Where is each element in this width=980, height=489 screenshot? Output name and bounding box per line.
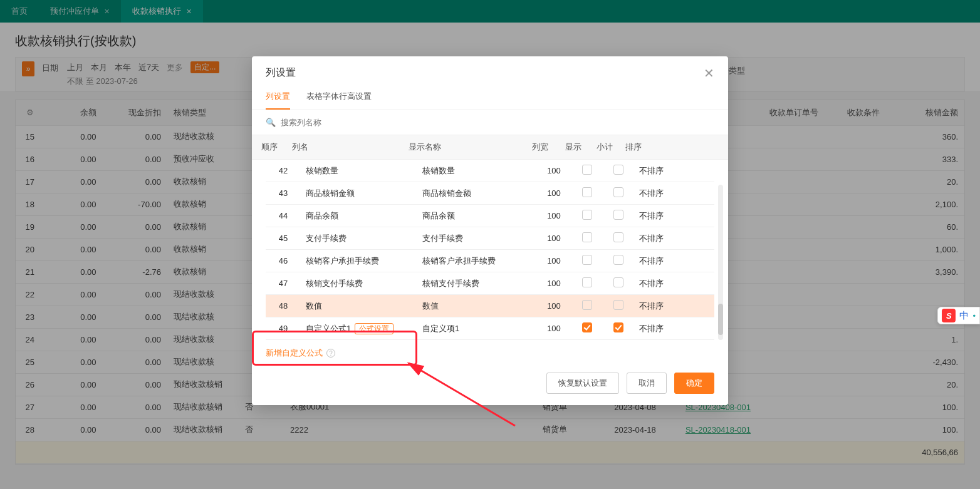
cfg-show bbox=[571, 181, 603, 205]
cfg-idx: 46 bbox=[266, 250, 301, 272]
cfg-sort[interactable]: 不排序 bbox=[634, 160, 678, 183]
cfg-name: 商品核销金额 bbox=[301, 182, 417, 205]
cfg-row[interactable]: 45 支付手续费 支付手续费 100 不排序 bbox=[266, 227, 714, 250]
modal-overlay: 列设置 ✕ 列设置 表格字体行高设置 🔍 顺序 列名 显示名称 列宽 显示 小计… bbox=[0, 0, 980, 489]
subtotal-checkbox[interactable] bbox=[613, 277, 623, 287]
cfg-row[interactable]: 42 核销数量 核销数量 100 不排序 bbox=[266, 160, 714, 182]
subtotal-checkbox[interactable] bbox=[613, 232, 623, 242]
cfg-idx: 42 bbox=[266, 160, 301, 182]
cfg-row[interactable]: 46 核销客户承担手续费 核销客户承担手续费 100 不排序 bbox=[266, 250, 714, 272]
cfg-show bbox=[571, 203, 603, 228]
subtotal-checkbox[interactable] bbox=[613, 322, 623, 332]
cfg-show bbox=[571, 249, 603, 273]
cfg-show bbox=[571, 160, 603, 183]
cfg-sort[interactable]: 不排序 bbox=[634, 294, 678, 318]
show-checkbox[interactable] bbox=[582, 232, 592, 242]
cfg-row[interactable]: 43 商品核销金额 商品核销金额 100 不排序 bbox=[266, 182, 714, 205]
cfg-disp[interactable]: 商品核销金额 bbox=[417, 182, 536, 205]
subtotal-checkbox[interactable] bbox=[613, 255, 623, 265]
show-checkbox[interactable] bbox=[582, 322, 592, 332]
add-custom-formula-link[interactable]: 新增自定义公式 bbox=[266, 347, 323, 359]
cfg-disp[interactable]: 支付手续费 bbox=[417, 227, 536, 250]
cfg-sort[interactable]: 不排序 bbox=[634, 317, 678, 341]
cfg-row[interactable]: 49 自定义公式1公式设置 自定义项1 100 不排序 bbox=[266, 317, 714, 340]
cfg-sort[interactable]: 不排序 bbox=[634, 272, 678, 296]
cfg-disp[interactable]: 核销客户承担手续费 bbox=[417, 249, 536, 273]
cfg-sort[interactable]: 不排序 bbox=[634, 249, 678, 273]
cfg-width[interactable]: 100 bbox=[536, 160, 571, 182]
cfg-show bbox=[571, 316, 603, 340]
cfg-show bbox=[571, 294, 603, 318]
cfg-th-sort: 排序 bbox=[620, 135, 664, 159]
modal-title: 列设置 bbox=[266, 66, 296, 80]
cfg-disp[interactable]: 核销数量 bbox=[417, 160, 536, 183]
cfg-name: 支付手续费 bbox=[301, 227, 417, 250]
cfg-row[interactable]: 47 核销支付手续费 核销支付手续费 100 不排序 bbox=[266, 272, 714, 295]
cfg-sub bbox=[603, 226, 634, 250]
cfg-idx: 49 bbox=[266, 317, 301, 339]
cfg-name: 核销客户承担手续费 bbox=[301, 249, 417, 273]
cfg-show bbox=[571, 271, 603, 296]
show-checkbox[interactable] bbox=[582, 187, 592, 197]
cfg-row[interactable]: 48 数值 数值 100 不排序 bbox=[266, 295, 714, 317]
cfg-width[interactable]: 100 bbox=[536, 182, 571, 204]
cfg-name: 自定义公式1公式设置 bbox=[301, 317, 417, 341]
show-checkbox[interactable] bbox=[582, 255, 592, 265]
cancel-button[interactable]: 取消 bbox=[627, 373, 667, 394]
cfg-th-disp: 显示名称 bbox=[404, 135, 523, 159]
search-icon: 🔍 bbox=[266, 118, 276, 127]
cfg-idx: 44 bbox=[266, 205, 301, 227]
cfg-sub bbox=[603, 160, 634, 183]
cfg-idx: 48 bbox=[266, 295, 301, 317]
cfg-width[interactable]: 100 bbox=[536, 250, 571, 272]
sogou-icon: S bbox=[942, 309, 956, 322]
cfg-disp[interactable]: 核销支付手续费 bbox=[417, 272, 536, 296]
cfg-name: 商品余额 bbox=[301, 204, 417, 228]
ok-button[interactable]: 确定 bbox=[674, 373, 714, 394]
cfg-idx: 45 bbox=[266, 227, 301, 249]
search-input[interactable] bbox=[281, 118, 714, 127]
subtotal-checkbox[interactable] bbox=[613, 210, 623, 220]
cfg-name: 数值 bbox=[301, 294, 417, 318]
ime-dot: • bbox=[972, 311, 976, 321]
column-settings-modal: 列设置 ✕ 列设置 表格字体行高设置 🔍 顺序 列名 显示名称 列宽 显示 小计… bbox=[252, 56, 728, 405]
restore-default-button[interactable]: 恢复默认设置 bbox=[546, 373, 619, 394]
cfg-name: 核销支付手续费 bbox=[301, 272, 417, 296]
cfg-width[interactable]: 100 bbox=[536, 205, 571, 227]
subtotal-checkbox[interactable] bbox=[613, 165, 623, 175]
cfg-sub bbox=[603, 249, 634, 273]
cfg-th-name: 列名 bbox=[287, 135, 404, 159]
cfg-disp[interactable]: 商品余额 bbox=[417, 204, 536, 228]
subtotal-checkbox[interactable] bbox=[613, 300, 623, 310]
cfg-width[interactable]: 100 bbox=[536, 317, 571, 339]
modal-tab-columns[interactable]: 列设置 bbox=[266, 85, 290, 110]
formula-settings-button[interactable]: 公式设置 bbox=[355, 323, 394, 334]
show-checkbox[interactable] bbox=[582, 300, 592, 310]
show-checkbox[interactable] bbox=[582, 277, 592, 287]
cfg-row[interactable]: 44 商品余额 商品余额 100 不排序 bbox=[266, 205, 714, 227]
cfg-name: 核销数量 bbox=[301, 160, 417, 183]
cfg-width[interactable]: 100 bbox=[536, 272, 571, 294]
scrollbar-thumb[interactable] bbox=[718, 304, 723, 335]
cfg-width[interactable]: 100 bbox=[536, 227, 571, 249]
modal-tab-font[interactable]: 表格字体行高设置 bbox=[306, 85, 372, 110]
subtotal-checkbox[interactable] bbox=[613, 187, 623, 197]
modal-close-button[interactable]: ✕ bbox=[704, 67, 714, 80]
cfg-sub bbox=[603, 271, 634, 296]
cfg-th-idx: 顺序 bbox=[252, 135, 287, 159]
ime-indicator[interactable]: S 中 • bbox=[937, 307, 980, 324]
cfg-sub bbox=[603, 203, 634, 228]
help-icon[interactable]: ? bbox=[326, 349, 335, 358]
cfg-sort[interactable]: 不排序 bbox=[634, 182, 678, 205]
cfg-idx: 47 bbox=[266, 272, 301, 294]
cfg-th-w: 列宽 bbox=[523, 135, 558, 159]
ime-lang: 中 bbox=[959, 310, 969, 322]
show-checkbox[interactable] bbox=[582, 210, 592, 220]
cfg-sort[interactable]: 不排序 bbox=[634, 227, 678, 250]
show-checkbox[interactable] bbox=[582, 165, 592, 175]
cfg-disp[interactable]: 数值 bbox=[417, 294, 536, 318]
cfg-sort[interactable]: 不排序 bbox=[634, 204, 678, 228]
cfg-width[interactable]: 100 bbox=[536, 295, 571, 317]
cfg-disp[interactable]: 自定义项1 bbox=[417, 317, 536, 341]
cfg-th-show: 显示 bbox=[558, 135, 589, 159]
